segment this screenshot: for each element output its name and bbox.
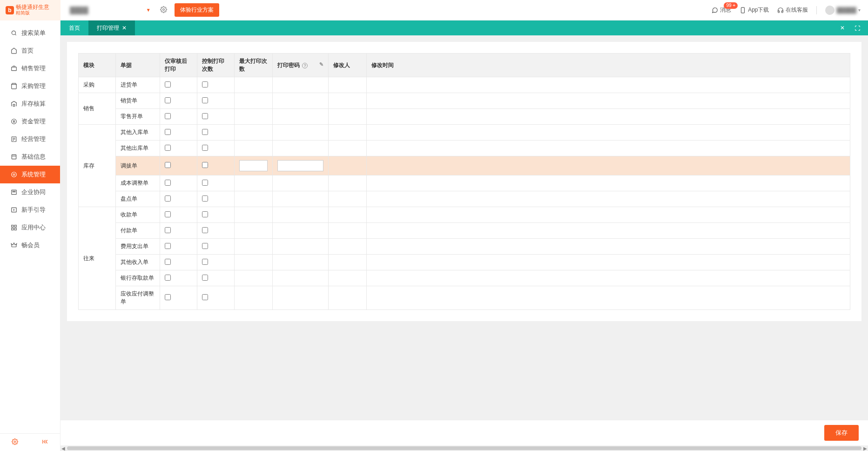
sidebar-item-home[interactable]: 首页 (0, 42, 60, 60)
logo-area[interactable]: b 畅捷通好生意 精简版 (0, 0, 61, 20)
doc-cell: 费用支出单 (116, 239, 160, 255)
max-print-cell (235, 141, 273, 156)
sidebar-item-system[interactable]: 系统管理 (0, 166, 60, 183)
report-icon (10, 135, 18, 143)
limit-print-checkbox[interactable] (202, 259, 208, 265)
help-icon[interactable]: ? (302, 63, 308, 68)
table-row[interactable]: 往来收款单 (79, 207, 850, 223)
cta-button[interactable]: 体验行业方案 (175, 3, 219, 17)
sidebar-item-stock[interactable]: 库存核算 (0, 95, 60, 113)
fullscreen-icon[interactable] (853, 24, 861, 32)
limit-print-checkbox[interactable] (202, 113, 208, 119)
table-row[interactable]: 采购进货单 (79, 77, 850, 93)
table-row[interactable]: 其他收入单 (79, 255, 850, 270)
max-print-cell (235, 223, 273, 239)
doc-cell: 应收应付调整单 (116, 286, 160, 310)
audit-print-checkbox[interactable] (165, 275, 171, 281)
limit-print-cell (197, 239, 235, 255)
audit-print-checkbox[interactable] (165, 294, 171, 300)
modifier-cell (329, 207, 367, 223)
modify-time-cell (367, 223, 850, 239)
audit-print-checkbox[interactable] (165, 211, 171, 217)
audit-print-checkbox[interactable] (165, 113, 171, 119)
tab-home[interactable]: 首页 (61, 20, 88, 35)
collapse-button[interactable] (30, 434, 61, 451)
module-cell: 库存 (79, 125, 116, 207)
sidebar-item-sales[interactable]: 销售管理 (0, 60, 60, 77)
save-button[interactable]: 保存 (824, 425, 859, 441)
sidebar-item-coop[interactable]: 企业协同 (0, 183, 60, 201)
limit-print-cell (197, 156, 235, 175)
tab-print-management[interactable]: 打印管理 ✕ (88, 20, 135, 35)
limit-print-checkbox[interactable] (202, 145, 208, 151)
audit-print-checkbox[interactable] (165, 145, 171, 151)
limit-print-checkbox[interactable] (202, 81, 208, 88)
audit-print-checkbox[interactable] (165, 259, 171, 265)
limit-print-checkbox[interactable] (202, 97, 208, 103)
limit-print-checkbox[interactable] (202, 211, 208, 217)
scroll-right-icon[interactable]: ▶ (862, 445, 868, 451)
limit-print-checkbox[interactable] (202, 129, 208, 135)
audit-print-checkbox[interactable] (165, 129, 171, 135)
limit-print-checkbox[interactable] (202, 162, 208, 168)
modifier-cell (329, 141, 367, 156)
col-max-print: 最大打印次数 (235, 54, 273, 77)
user-menu[interactable]: █████ ▾ (825, 6, 861, 15)
gear-icon[interactable] (160, 6, 167, 14)
limit-print-cell (197, 223, 235, 239)
limit-print-checkbox[interactable] (202, 180, 208, 186)
tenant-selector[interactable]: ████ ▼ (61, 7, 151, 14)
table-row[interactable]: 应收应付调整单 (79, 286, 850, 310)
sidebar-item-vip[interactable]: 畅会员 (0, 236, 60, 254)
edit-icon[interactable]: ✎ (319, 61, 323, 67)
audit-print-checkbox[interactable] (165, 195, 171, 202)
table-row[interactable]: 调拔单 (79, 156, 850, 175)
max-print-input[interactable] (239, 160, 268, 171)
limit-print-checkbox[interactable] (202, 227, 208, 233)
sidebar-item-search[interactable]: 搜索菜单 (0, 24, 60, 42)
audit-print-checkbox[interactable] (165, 227, 171, 233)
table-row[interactable]: 其他出库单 (79, 141, 850, 156)
table-row[interactable]: 盘点单 (79, 191, 850, 207)
table-row[interactable]: 银行存取款单 (79, 270, 850, 286)
scroll-left-icon[interactable]: ◀ (61, 445, 66, 451)
table-row[interactable]: 销售销货单 (79, 93, 850, 109)
app-download-button[interactable]: App下载 (740, 6, 769, 14)
limit-print-checkbox[interactable] (202, 195, 208, 202)
table-row[interactable]: 成本调整单 (79, 175, 850, 191)
table-row[interactable]: 费用支出单 (79, 239, 850, 255)
sidebar-item-report[interactable]: 经营管理 (0, 130, 60, 148)
sidebar-item-guide[interactable]: 新手引导 (0, 201, 60, 219)
layout: 搜索菜单首页销售管理采购管理库存核算资金管理经营管理基础信息系统管理企业协同新手… (0, 20, 868, 451)
avatar-icon (825, 6, 834, 15)
limit-print-checkbox[interactable] (202, 243, 208, 249)
online-service-button[interactable]: 在线客服 (777, 6, 808, 14)
finance-icon (10, 118, 18, 125)
sidebar-item-appcenter[interactable]: 应用中心 (0, 219, 60, 236)
limit-print-checkbox[interactable] (202, 294, 208, 300)
settings-button[interactable] (0, 434, 30, 451)
audit-print-checkbox[interactable] (165, 81, 171, 88)
close-all-icon[interactable]: ✕ (838, 24, 847, 32)
horizontal-scrollbar[interactable]: ◀ ▶ (61, 445, 868, 451)
table-row[interactable]: 库存其他入库单 (79, 125, 850, 141)
audit-print-checkbox[interactable] (165, 97, 171, 103)
audit-print-cell (160, 93, 197, 109)
limit-print-checkbox[interactable] (202, 275, 208, 281)
print-pwd-cell (273, 239, 329, 255)
audit-print-checkbox[interactable] (165, 243, 171, 249)
audit-print-checkbox[interactable] (165, 162, 171, 168)
close-icon[interactable]: ✕ (122, 25, 127, 31)
print-pwd-input[interactable] (277, 160, 323, 171)
sidebar-item-purchase[interactable]: 采购管理 (0, 77, 60, 95)
message-button[interactable]: 消息 99 + (712, 6, 731, 14)
svg-point-3 (12, 31, 15, 34)
table-row[interactable]: 零售开单 (79, 109, 850, 125)
print-pwd-cell (273, 175, 329, 191)
audit-print-checkbox[interactable] (165, 180, 171, 186)
sidebar-item-base[interactable]: 基础信息 (0, 148, 60, 166)
scrollbar-thumb[interactable] (67, 446, 861, 450)
doc-cell: 付款单 (116, 223, 160, 239)
table-row[interactable]: 付款单 (79, 223, 850, 239)
sidebar-item-finance[interactable]: 资金管理 (0, 113, 60, 130)
